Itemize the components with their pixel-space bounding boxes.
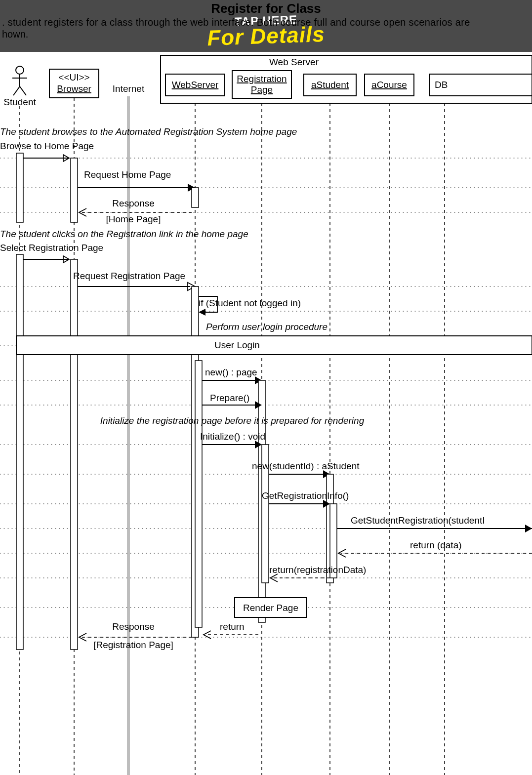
sequence-diagram: Web Server Student <<UI>> Browser Intern… [0,0,532,775]
db-label: DB [435,80,448,90]
regpage-label-2: Page [251,84,273,95]
msg-request-home-page: Request Home Page [84,169,171,180]
frame-render-page-label: Render Page [243,603,298,613]
msg-response-1: Response [112,198,155,208]
note-initialize: Initialize the registration page before … [100,415,365,426]
acourse-label: aCourse [371,80,407,90]
msg-browse-home-page: Browse to Home Page [0,141,94,151]
svg-line-4 [20,86,26,95]
diagram-subtitle-line2: hown. [2,29,28,40]
internet-label: Internet [113,83,145,94]
actor-student-label: Student [3,97,36,107]
webserver-container-label: Web Server [269,57,319,67]
msg-request-registration-page: Request Registration Page [73,271,185,281]
msg-select-registration-page: Select Registration Page [0,243,103,253]
diagram-subtitle-line1: . student registers for a class through … [2,17,470,28]
msg-prepare: Prepare() [210,393,249,403]
activation-browser-2 [71,259,78,650]
msg-new-student: new(studentId) : aStudent [252,461,360,471]
msg-response-2-guard: [Registration Page] [93,640,173,650]
msg-initialize: Initialize() : void [200,431,265,442]
browser-label: Browser [57,83,91,94]
note-click-registration: The student clicks on the Registration l… [0,229,248,239]
msg-return-data: return (data) [410,540,462,550]
activation-browser-1 [71,158,78,222]
astudent-label: aStudent [311,80,349,90]
svg-marker-30 [199,309,205,316]
activation-webserver-1 [192,188,199,207]
frame-user-login [16,336,532,355]
regpage-label-1: Registration [237,74,286,84]
diagram-title: Register for Class [0,1,532,16]
svg-point-0 [16,66,24,74]
note-browse-home: The student browses to the Automated Reg… [0,126,297,137]
actor-student: Student [3,66,36,107]
webserver-label: WebServer [172,80,219,90]
msg-if-not-logged-in: if (Student not logged in) [199,298,301,308]
browser-stereotype: <<UI>> [58,72,89,82]
activation-student-2 [16,254,23,650]
svg-line-3 [13,86,20,95]
frame-user-login-label: User Login [214,340,260,350]
msg-return-registration-data: return(registrationData) [269,565,366,575]
activation-webserver-nested [195,361,202,627]
msg-response-1-guard: [Home Page] [106,214,161,224]
note-perform-login: Perform user login procedure [206,322,327,332]
msg-get-registration-info: GetRegistrationInfo() [262,490,349,501]
msg-return: return [220,621,245,632]
msg-new-page: new() : page [205,367,257,377]
activation-student-1 [16,153,23,222]
msg-response-2: Response [112,621,155,632]
svg-marker-42 [525,525,532,532]
msg-get-student-registration: GetStudentRegistration(studentI [351,515,485,526]
